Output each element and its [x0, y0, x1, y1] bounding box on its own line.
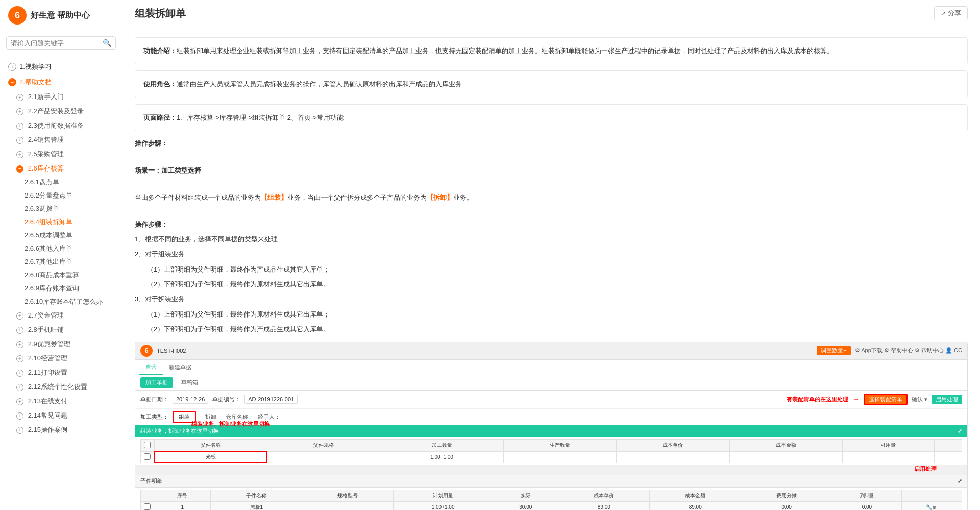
plus-icon: + — [16, 384, 23, 391]
sidebar-item-newcomer[interactable]: + 2.1新手入门 — [8, 90, 122, 104]
ss-lower-header-text: 子件明细 — [140, 477, 163, 485]
plus-icon: + — [16, 137, 23, 144]
sidebar-item-cost-recalc[interactable]: 2.6.8商品成本重算 — [16, 269, 122, 282]
ss-tab-home[interactable]: 自营 — [139, 360, 163, 375]
sidebar-item-help-docs[interactable]: − 2.帮助文档 — [0, 75, 122, 90]
plus-icon: + — [16, 312, 23, 320]
sidebar-item-stocktake[interactable]: 2.6.1盘点单 — [16, 176, 122, 189]
sidebar-item-other-out[interactable]: 2.6.7其他出库单 — [16, 255, 122, 269]
ops-content: 操作步骤： 场景一：加工类型选择 当由多个子件材料组装成一个成品的业务为【组装】… — [135, 137, 968, 335]
ss-orange-btn[interactable]: 调整数量+ — [817, 346, 850, 355]
table-row: 光板 1.00+1.00 — [141, 451, 962, 463]
ss-col-alloc: 费用分摊 — [741, 490, 832, 502]
content-area: 功能介绍：组装拆卸单用来处理企业组装或拆卸等加工业务，支持有固定装配清单的产品加… — [122, 27, 980, 510]
ss-date-value[interactable]: 2019-12-26 — [173, 395, 208, 404]
sidebar: 6 好生意 帮助中心 🔍 + 1.视频学习 − 2.帮助文档 + — [0, 0, 122, 510]
plus-icon: + — [16, 327, 23, 334]
main-content: 组装拆卸单 ↗ 分享 功能介绍：组装拆卸单用来处理企业组装或拆卸等加工业务，支持… — [122, 0, 980, 510]
ss-annotation-type: 组装业务、拆卸业务在这里切换 — [191, 420, 270, 428]
sidebar-item-coupon[interactable]: + 2.9优惠券管理 — [8, 337, 122, 351]
ss-col-plan-qty: 计划用量 — [394, 490, 493, 502]
step3-2: （2）下部明细为子件明细，最终作为产成品生成其它入库单。 — [147, 323, 968, 335]
ss-form-area: 单据日期： 2019-12-26 单据编号： AD-20191226-001 有… — [135, 391, 967, 409]
sidebar-item-cases[interactable]: + 2.15操作案例 — [8, 423, 122, 437]
page-header: 组装拆卸单 ↗ 分享 — [122, 0, 980, 27]
step3: 3、对于拆装业务 — [135, 293, 968, 305]
ss-col-sub-name: 子件名称 — [211, 490, 302, 502]
ss-col-sub-cost-amt: 成本金额 — [650, 490, 741, 502]
sidebar-item-transfer[interactable]: 2.6.3调拨单 — [16, 202, 122, 215]
ss-col-produce-qty: 生产数量 — [503, 439, 616, 451]
plus-icon: + — [16, 108, 23, 115]
step2-2: （2）下部明细为子件明细，最终作为原材料生成其它出库单。 — [147, 278, 968, 290]
step2: 2、对于组装业务 — [135, 248, 968, 260]
intro-label: 功能介绍： — [143, 47, 177, 55]
ss-row-check[interactable] — [144, 453, 151, 460]
sidebar-item-faq[interactable]: + 2.14常见问题 — [8, 408, 122, 423]
ss-no-value: AD-20191226-001 — [244, 395, 298, 404]
sidebar-item-sales[interactable]: + 2.4销售管理 — [8, 133, 122, 147]
search-box[interactable]: 🔍 — [6, 36, 116, 50]
ss-col-actual-qty: 实际 — [493, 490, 558, 502]
sidebar-item-ledger-query[interactable]: 2.6.9库存账本查询 — [16, 282, 122, 295]
sidebar-item-data-prep[interactable]: + 2.3使用前数据准备 — [8, 118, 122, 133]
ss-expand-icon[interactable]: ⤢ — [958, 428, 962, 434]
ss-check-all[interactable] — [144, 442, 151, 448]
intro-block: 功能介绍：组装拆卸单用来处理企业组装或拆卸等加工业务，支持有固定装配清单的产品加… — [135, 37, 968, 64]
ss-parent-name-cell[interactable]: 光板 — [154, 451, 267, 463]
ss-lower-header: 子件明细 ⤢ — [135, 475, 967, 488]
scene1-desc: 当由多个子件材料组装成一个成品的业务为【组装】业务，当由一个父件拆分成多个子产品… — [135, 191, 968, 203]
logo-icon: 6 — [8, 6, 27, 25]
minus-icon: − — [16, 165, 23, 173]
table-row: 1 黑板1 1.00+1.00 30.00 89.00 89.00 0.00 0… — [141, 502, 962, 510]
ss-tab-new[interactable]: 新建单据 — [163, 360, 198, 374]
sidebar-item-other-in[interactable]: 2.6.6其他入库单 — [16, 242, 122, 255]
sidebar-item-install[interactable]: + 2.2产品安装及登录 — [8, 104, 122, 118]
sidebar-item-ledger-error[interactable]: 2.6.10库存账本错了怎么办 — [16, 295, 122, 308]
ss-col-parent-name: 父件名称 — [154, 439, 267, 451]
sidebar-item-print[interactable]: + 2.11打印设置 — [8, 366, 122, 380]
ss-lower-expand[interactable]: ⤢ — [958, 478, 962, 484]
ss-arrow-bom: → — [852, 395, 860, 403]
ss-col-process-qty: 加工数量 — [380, 439, 503, 451]
sidebar-item-customization[interactable]: + 2.12系统个性化设置 — [8, 380, 122, 394]
sidebar-item-partial-stocktake[interactable]: 2.6.2分量盘点单 — [16, 189, 122, 202]
nav-sub-sub-items-26: 2.6.1盘点单 2.6.2分量盘点单 2.6.3调拨单 2.6.4组装拆卸单 … — [8, 176, 122, 308]
nav-sub-items-2: + 2.1新手入门 + 2.2产品安装及登录 + 2.3使用前数据准备 + 2.… — [0, 90, 122, 437]
ops-steps-label: 操作步骤： — [135, 221, 168, 228]
role-label: 使用角色： — [143, 80, 177, 88]
ss-col-cost-amount: 成本金额 — [729, 439, 842, 451]
sidebar-item-inventory[interactable]: − 2.6库存核算 — [8, 161, 122, 176]
ss-green-header-text: 组装业务，拆卸业务在这里切换 — [140, 427, 219, 435]
search-input[interactable] — [11, 39, 103, 47]
ss-toolbar: 加工单据 草稿箱 — [135, 375, 967, 391]
ss-col-sub-no: 序号 — [154, 490, 211, 502]
ss-confirm-btn[interactable]: 确认 ▾ — [912, 396, 927, 403]
nav-section-1: + 1.视频学习 — [0, 59, 122, 75]
ss-draft-btn[interactable]: 草稿箱 — [176, 377, 203, 388]
sidebar-item-mobile[interactable]: + 2.8手机旺铺 — [8, 323, 122, 337]
ss-process-btn[interactable]: 启用处理 — [932, 395, 962, 404]
path-block: 页面路径：1、库存核算->库存管理->组装拆卸单 2、首页->常用功能 — [135, 104, 968, 131]
sidebar-item-assembly[interactable]: 2.6.4组装拆卸单 — [16, 215, 122, 229]
ss-save-btn[interactable]: 加工单据 — [140, 377, 173, 388]
sidebar-item-purchase[interactable]: + 2.5采购管理 — [8, 147, 122, 161]
screenshot-container: 6 TEST-H002 调整数量+ ⚙ App下载 ⚙ 帮助中心 ⚙ 帮助中心 … — [135, 342, 968, 510]
sidebar-item-video-learning[interactable]: + 1.视频学习 — [0, 59, 122, 75]
ss-col-available: 可用量 — [842, 439, 934, 451]
plus-icon: + — [16, 151, 23, 158]
ops-label: 操作步骤： — [135, 139, 168, 147]
ss-bom-btn[interactable]: 选择装配清单 — [864, 394, 908, 405]
sidebar-item-cost-adjust[interactable]: 2.6.5成本调整单 — [16, 229, 122, 242]
share-button[interactable]: ↗ 分享 — [934, 6, 968, 20]
plus-icon: + — [16, 355, 23, 362]
plus-icon: + — [16, 412, 23, 420]
ss-app-header: 6 TEST-H002 调整数量+ ⚙ App下载 ⚙ 帮助中心 ⚙ 帮助中心 … — [135, 342, 967, 360]
plus-icon: + — [16, 123, 23, 130]
role-block: 使用角色：通常由生产人员或库管人员完成拆装业务的操作，库管人员确认原材料的出库和… — [135, 70, 968, 98]
sidebar-item-payment[interactable]: + 2.13在线支付 — [8, 394, 122, 408]
search-icon: 🔍 — [103, 39, 111, 47]
sidebar-item-finance[interactable]: + 2.7资金管理 — [8, 308, 122, 323]
sidebar-item-operations[interactable]: + 2.10经营管理 — [8, 351, 122, 366]
ss-sub-check[interactable] — [144, 503, 151, 510]
